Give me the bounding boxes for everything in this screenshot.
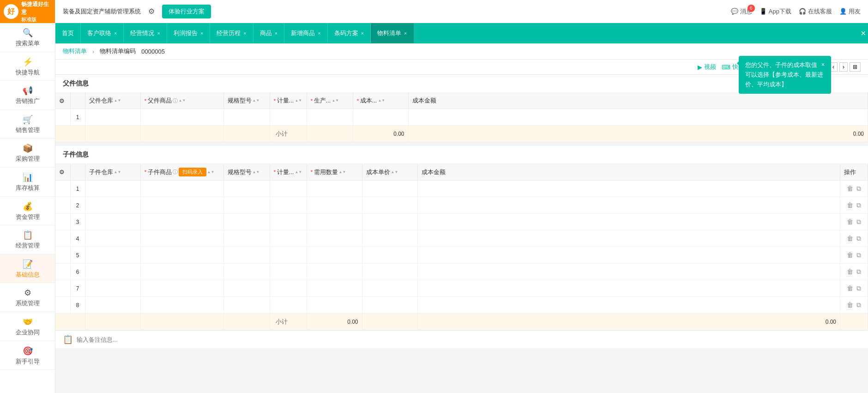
child-row6-warehouse[interactable] (85, 264, 140, 280)
parent-col-settings[interactable] (55, 93, 70, 109)
copy-icon-5[interactable]: ⧉ (856, 251, 861, 259)
copy-icon-1[interactable]: ⧉ (856, 185, 861, 192)
tooltip-close-button[interactable]: × (821, 60, 825, 69)
child-row5-qty[interactable] (307, 247, 362, 264)
child-row4-product[interactable] (140, 230, 223, 247)
sidebar-item-quicknav[interactable]: ⚡ 快捷导航 (0, 52, 55, 81)
child-row5-warehouse[interactable] (85, 247, 140, 264)
sidebar-item-operations[interactable]: 📋 经营管理 (0, 225, 55, 254)
child-row8-unit[interactable] (270, 297, 307, 314)
online-support-button[interactable]: 🎧 在线客服 (799, 7, 832, 16)
tab-barcode-close[interactable]: × (361, 30, 364, 36)
child-row6-unit[interactable] (270, 264, 307, 280)
tab-operations-close[interactable]: × (157, 30, 160, 36)
child-row3-spec[interactable] (223, 214, 270, 230)
expand-button[interactable]: ⊞ (850, 62, 861, 72)
child-row8-unitcost[interactable] (362, 297, 417, 314)
child-row1-unit[interactable] (270, 181, 307, 197)
view-button[interactable]: ▶ 视频 (698, 63, 716, 71)
copy-icon-4[interactable]: ⧉ (856, 235, 861, 242)
child-row4-unitcost[interactable] (362, 230, 417, 247)
sidebar-item-inventory[interactable]: 📊 库存核算 (0, 168, 55, 197)
child-row3-unitcost[interactable] (362, 214, 417, 230)
copy-icon-2[interactable]: ⧉ (856, 201, 861, 209)
copy-icon-3[interactable]: ⧉ (856, 218, 861, 225)
child-row3-warehouse[interactable] (85, 214, 140, 230)
next-button[interactable]: › (839, 62, 848, 72)
child-row7-qty[interactable] (307, 280, 362, 297)
child-row3-unit[interactable] (270, 214, 307, 230)
child-row1-spec[interactable] (223, 181, 270, 197)
user-button[interactable]: 👤 用友 (839, 7, 861, 16)
tab-addgoods[interactable]: 新增商品 × (284, 23, 327, 43)
delete-icon-1[interactable]: 🗑 (847, 185, 853, 192)
sidebar-item-finance[interactable]: 💰 资金管理 (0, 197, 55, 226)
parent-row1-cost[interactable] (353, 109, 408, 126)
child-row3-product[interactable] (140, 214, 223, 230)
child-row7-unitcost[interactable] (362, 280, 417, 297)
sidebar-item-sales[interactable]: 🛒 销售管理 (0, 110, 55, 139)
child-row6-unitcost[interactable] (362, 264, 417, 280)
child-row6-spec[interactable] (223, 264, 270, 280)
sidebar-item-collab[interactable]: 🤝 企业协同 (0, 312, 55, 341)
tab-bom[interactable]: 物料清单 × (371, 23, 414, 43)
child-row7-unit[interactable] (270, 280, 307, 297)
delete-icon-4[interactable]: 🗑 (847, 235, 853, 242)
breadcrumb-bom[interactable]: 物料清单 (63, 47, 87, 55)
delete-icon-5[interactable]: 🗑 (847, 251, 853, 259)
parent-row1-spec[interactable] (223, 109, 270, 126)
child-row4-spec[interactable] (223, 230, 270, 247)
parent-row1-prod[interactable] (307, 109, 353, 126)
child-row4-qty[interactable] (307, 230, 362, 247)
child-row8-warehouse[interactable] (85, 297, 140, 314)
child-row2-spec[interactable] (223, 197, 270, 214)
tab-bom-close[interactable]: × (404, 30, 407, 36)
child-row2-unitcost[interactable] (362, 197, 417, 214)
parent-row1-product[interactable] (140, 109, 223, 126)
sidebar-item-guide[interactable]: 🎯 新手引导 (0, 341, 55, 370)
tab-history-close[interactable]: × (243, 30, 246, 36)
child-row7-product[interactable] (140, 280, 223, 297)
child-row1-product[interactable] (140, 181, 223, 197)
tab-customer[interactable]: 客户联络 × (81, 23, 124, 43)
tab-goods-close[interactable]: × (275, 30, 277, 36)
sidebar-item-system[interactable]: ⚙ 系统管理 (0, 283, 55, 312)
copy-icon-8[interactable]: ⧉ (856, 301, 861, 308)
note-input[interactable] (77, 336, 861, 343)
child-row2-unit[interactable] (270, 197, 307, 214)
child-col-settings[interactable] (55, 164, 70, 181)
sidebar-item-search[interactable]: 🔍 搜索菜单 (0, 23, 55, 52)
tab-history[interactable]: 经营历程 × (210, 23, 253, 43)
delete-icon-2[interactable]: 🗑 (847, 201, 853, 209)
child-row2-product[interactable] (140, 197, 223, 214)
delete-icon-7[interactable]: 🗑 (847, 284, 853, 292)
scan-button[interactable]: 扫码录入 (179, 168, 206, 176)
child-row1-warehouse[interactable] (85, 181, 140, 197)
tab-operations[interactable]: 经营情况 × (124, 23, 167, 43)
sidebar-item-marketing[interactable]: 📢 营销推广 (0, 81, 55, 110)
tab-goods[interactable]: 商品 × (253, 23, 284, 43)
close-all-button[interactable]: ✕ (859, 28, 868, 39)
child-row8-spec[interactable] (223, 297, 270, 314)
child-row1-unitcost[interactable] (362, 181, 417, 197)
delete-icon-8[interactable]: 🗑 (847, 301, 853, 308)
sidebar-item-purchase[interactable]: 📦 采购管理 (0, 139, 55, 168)
child-row2-warehouse[interactable] (85, 197, 140, 214)
copy-icon-7[interactable]: ⧉ (856, 284, 861, 292)
child-row7-warehouse[interactable] (85, 280, 140, 297)
child-row8-qty[interactable] (307, 297, 362, 314)
parent-warehouse-input[interactable] (89, 114, 137, 121)
child-row3-qty[interactable] (307, 214, 362, 230)
child-row6-qty[interactable] (307, 264, 362, 280)
delete-icon-6[interactable]: 🗑 (847, 268, 853, 275)
tab-customer-close[interactable]: × (114, 30, 117, 36)
child-row8-product[interactable] (140, 297, 223, 314)
parent-row1-unit[interactable] (270, 109, 307, 126)
gear-icon[interactable]: ⚙ (148, 7, 155, 16)
delete-icon-3[interactable]: 🗑 (847, 218, 853, 225)
sidebar-item-basic[interactable]: 📝 基础信息 (0, 254, 55, 284)
trial-button[interactable]: 体验行业方案 (162, 5, 211, 18)
tab-barcode[interactable]: 条码方案 × (328, 23, 371, 43)
child-row5-product[interactable] (140, 247, 223, 264)
message-button[interactable]: 💬 消息 6 (731, 7, 752, 16)
